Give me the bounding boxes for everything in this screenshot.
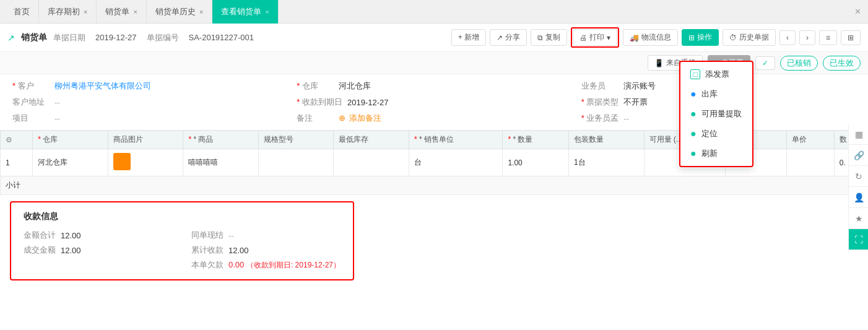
copy-button[interactable]: ⧉ 复制 <box>531 29 567 46</box>
sidebar-expand-icon[interactable]: ⛶ <box>849 229 868 250</box>
add-note-icon: ⊕ <box>339 113 345 123</box>
row-quantity: 1.00 <box>503 149 569 176</box>
address-label: 客户地址 <box>12 97 50 108</box>
history-icon: ⏱ <box>729 33 737 42</box>
toolbar-actions: + 新增 ↗ 分享 ⧉ 复制 🖨 打印 ▾ 🚚 物流信息 ⊞ <box>451 27 861 48</box>
dropdown-available-qty[interactable]: ● 可用量提取 <box>680 104 752 124</box>
project-label: 项目 <box>12 113 50 124</box>
new-button[interactable]: + 新增 <box>451 29 486 46</box>
dropdown-locate[interactable]: ● 定位 <box>680 124 752 144</box>
row-warehouse: 河北仓库 <box>33 149 108 176</box>
print-button-highlight: 🖨 打印 ▾ <box>571 27 619 48</box>
subtotal-label: 小计 <box>1 176 868 195</box>
grid-icon: ⊞ <box>688 33 695 42</box>
tab-sales-history[interactable]: 销货单历史 × <box>147 0 212 24</box>
print-icon: 🖨 <box>579 33 587 42</box>
address-value: -- <box>54 98 60 107</box>
print-button[interactable]: 🖨 打印 ▾ <box>573 29 617 46</box>
settlement-value: -- <box>228 231 234 240</box>
view-grid-button[interactable]: ⊞ <box>841 30 861 45</box>
sidebar-table-icon[interactable]: ▦ <box>849 124 868 145</box>
tab-inventory-open[interactable]: 库存期初 × <box>39 0 97 24</box>
sidebar-link-icon[interactable]: 🔗 <box>849 145 868 166</box>
doc-number-value: SA-20191227-001 <box>189 33 254 42</box>
tab-bar: 首页 库存期初 × 销货单 × 销货单历史 × 查看销货单 × × <box>0 0 868 24</box>
transaction-row: 成交金额 12.00 <box>24 245 173 256</box>
col-min-stock: 最低库存 <box>334 131 409 149</box>
sidebar-user-icon[interactable]: 👤 <box>849 187 868 208</box>
refresh-sidebar-icon: ↻ <box>855 172 862 181</box>
col-product-img: 商品图片 <box>108 131 183 149</box>
transaction-value: 12.00 <box>61 246 81 255</box>
payment-date-row: 收款到期日 2019-12-27 <box>297 97 571 108</box>
check-icon: ✓ <box>762 59 768 67</box>
operation-button[interactable]: ⊞ 操作 <box>682 29 719 46</box>
col-settings[interactable]: ⚙ <box>1 131 33 149</box>
row-min-stock <box>334 149 409 176</box>
customer-label: 客户 <box>12 80 50 92</box>
settlement-label: 同单现结 <box>191 230 224 241</box>
app-close-button[interactable]: × <box>855 6 861 17</box>
dropdown-out-warehouse[interactable]: ● 出库 <box>680 84 752 104</box>
truck-icon: 🚚 <box>630 33 639 42</box>
project-value: -- <box>54 114 60 123</box>
tab-view-sales[interactable]: 查看销货单 × <box>212 0 278 24</box>
row-unit: 台 <box>409 149 502 176</box>
cumulative-row: 累计收款 12.00 <box>191 245 341 256</box>
tab-view-close[interactable]: × <box>265 8 269 15</box>
print-dropdown-icon: ▾ <box>607 33 610 42</box>
sidebar-star-icon[interactable]: ★ <box>849 208 868 229</box>
warehouse-row: 仓库 河北仓库 <box>297 80 571 92</box>
nav-next-button[interactable]: › <box>799 30 815 45</box>
tab-sales-order[interactable]: 销货单 × <box>97 0 146 24</box>
row-pkg-qty: 1台 <box>569 149 644 176</box>
view-list-button[interactable]: ≡ <box>819 30 837 45</box>
tab-inventory-label: 库存期初 <box>48 6 80 17</box>
dropdown-refresh[interactable]: ● 刷新 <box>680 144 752 163</box>
payment-date-label: 收款到期日 <box>297 97 342 108</box>
sidebar-refresh-icon[interactable]: ↻ <box>849 166 868 187</box>
payment-date-value: 2019-12-27 <box>347 98 389 107</box>
add-note-button[interactable]: ⊕ 添加备注 <box>339 113 381 124</box>
logistics-button[interactable]: 🚚 物流信息 <box>623 29 678 46</box>
staff2-label: 业务员孟 <box>581 113 619 124</box>
settlement-row: 同单现结 -- <box>191 230 341 241</box>
tab-sales-close[interactable]: × <box>133 8 137 15</box>
expand-icon: ⛶ <box>854 235 863 245</box>
payment-info-title: 收款信息 <box>24 211 341 222</box>
star-icon: ★ <box>855 214 863 224</box>
total-value: 12.00 <box>61 231 81 240</box>
locate-icon: ● <box>690 128 697 139</box>
table-icon: ▦ <box>855 129 863 139</box>
tab-sales-label: 销货单 <box>105 6 129 17</box>
available-qty-icon: ● <box>690 108 697 119</box>
doc-meta: 单据日期 2019-12-27 单据编号 SA-20191227-001 <box>53 32 254 43</box>
tab-inventory-close[interactable]: × <box>84 8 87 15</box>
row-product-img <box>108 149 183 176</box>
row-price <box>787 149 835 176</box>
project-row: 项目 -- <box>12 113 287 124</box>
address-row: 客户地址 -- <box>12 97 287 108</box>
history-button[interactable]: ⏱ 历史单据 <box>723 29 776 46</box>
nav-prev-button[interactable]: ‹ <box>779 30 796 45</box>
check-icon-button[interactable]: ✓ <box>755 56 775 70</box>
payment-grid: 金额合计 12.00 同单现结 -- 成交金额 12.00 累计收款 12.00 <box>24 230 341 271</box>
doc-date-label: 单据日期 <box>53 32 85 43</box>
col-spec: 规格型号 <box>258 131 334 149</box>
col-unit: * 销售单位 <box>409 131 502 149</box>
out-warehouse-icon: ● <box>690 89 697 100</box>
effective-badge: 已生效 <box>823 56 861 71</box>
tab-home[interactable]: 首页 <box>5 0 39 24</box>
tab-history-close[interactable]: × <box>199 8 203 15</box>
staff-label: 业务员 <box>581 80 618 92</box>
share-button[interactable]: ↗ 分享 <box>490 29 527 46</box>
col-product: * 商品 <box>183 131 259 149</box>
subtotal-row: 小计 <box>1 176 868 195</box>
dropdown-add-invoice[interactable]: □ 添发票 <box>680 64 752 84</box>
overdue-row: 本单欠款 0.00 （收款到期日: 2019-12-27） <box>191 259 341 271</box>
customer-value[interactable]: 柳州粤港平安气体有限公司 <box>54 80 151 92</box>
tab-home-label: 首页 <box>14 6 30 17</box>
staff2-value: -- <box>623 114 629 123</box>
refresh-icon: ● <box>690 148 697 159</box>
row-spec <box>258 149 334 176</box>
